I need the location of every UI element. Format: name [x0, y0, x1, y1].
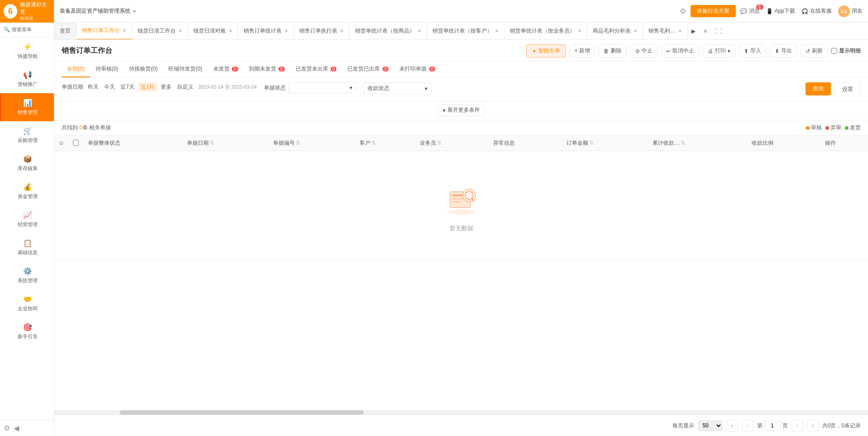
- prev-page-button[interactable]: ‹: [742, 420, 753, 431]
- cancel-stop-button[interactable]: ↩ 取消中止: [661, 44, 699, 57]
- scrollbar-thumb[interactable]: [120, 410, 364, 415]
- sidebar-item-basics[interactable]: 📋 基础信息: [0, 233, 54, 261]
- col-order-amount[interactable]: 订单金额⇅: [562, 136, 648, 151]
- next-page-button[interactable]: ›: [791, 420, 803, 431]
- tab-more-button[interactable]: ▶: [688, 28, 699, 34]
- delete-button[interactable]: 🗑 删除: [599, 44, 627, 57]
- sidebar-item-purchase[interactable]: 🛒 采购管理: [0, 121, 54, 149]
- subtab-overdue[interactable]: 到期未发货 0: [244, 62, 290, 77]
- last-page-button[interactable]: »: [807, 420, 819, 431]
- audit-action-button[interactable]: 审核: [806, 124, 822, 132]
- subtab-shipped-out[interactable]: 已发货已出库 0: [342, 62, 394, 77]
- tab-close-goods-stats[interactable]: ✕: [417, 28, 421, 33]
- status-select[interactable]: ▾: [288, 82, 356, 93]
- col-settings[interactable]: ⚙: [54, 136, 68, 151]
- sidebar-item-marketing[interactable]: 📢 营销推广: [0, 65, 54, 93]
- tab-sales-workbench[interactable]: 销售订单工作台 ✕: [77, 23, 132, 40]
- expand-filter-button[interactable]: ▾ 展开更多条件: [438, 104, 485, 116]
- settings-bottom-icon[interactable]: ⚙: [4, 424, 10, 432]
- collapse-icon[interactable]: ◀: [14, 424, 19, 432]
- subtab-wangpu[interactable]: 旺铺待发货(0): [163, 62, 208, 77]
- show-detail-checkbox[interactable]: 显示明细: [831, 47, 861, 55]
- tab-sales-exec[interactable]: 销售订单执行表 ✕: [294, 23, 350, 40]
- export-button[interactable]: ⬇ 导出: [770, 44, 797, 57]
- col-doc-date[interactable]: 单据日期⇅: [182, 136, 269, 151]
- sidebar-item-system[interactable]: ⚙️ 系统管理: [0, 261, 54, 289]
- date-opt-1month[interactable]: 近1月: [138, 82, 158, 92]
- tab-cash-daily[interactable]: 钱货日清工作台 ✕: [132, 23, 188, 40]
- ai-generate-button[interactable]: ✦ 智能生单: [526, 44, 566, 57]
- industry-solution-button[interactable]: 体验行业方案: [691, 5, 736, 17]
- user-menu[interactable]: Ea 用友: [838, 5, 863, 17]
- tab-sales-margin[interactable]: 销售毛利… ✕: [643, 23, 688, 40]
- date-opt-custom[interactable]: 自定义: [175, 82, 195, 92]
- sidebar-item-operations[interactable]: 📈 经营管理: [0, 205, 54, 233]
- tab-maximize-button[interactable]: ⛶: [712, 28, 725, 35]
- first-page-button[interactable]: «: [726, 420, 738, 431]
- sidebar-logo: 6 畅捷通好生意 标准版: [0, 0, 54, 23]
- new-button[interactable]: + 新增: [570, 44, 595, 57]
- tab-close-staff-stats[interactable]: ✕: [578, 28, 581, 33]
- page-input[interactable]: [764, 421, 781, 431]
- sidebar-item-enterprise[interactable]: 🤝 企业协同: [0, 289, 54, 318]
- tab-staff-stats[interactable]: 销货单统计表（按业务员） ✕: [504, 23, 587, 40]
- gear-icon[interactable]: ⚙: [680, 7, 686, 15]
- tab-goods-stats[interactable]: 销货单统计表（按商品） ✕: [350, 23, 427, 40]
- tab-close-customer-stats[interactable]: ✕: [495, 28, 499, 33]
- subtab-pending-audit[interactable]: 待审核(0): [90, 62, 124, 77]
- per-page-select[interactable]: 50 100 200: [698, 420, 723, 431]
- print-button[interactable]: 🖨 打印 ▾: [703, 44, 735, 57]
- tab-sales-stats[interactable]: 销售订单统计表 ✕: [238, 23, 294, 40]
- quick-nav-icon: ⚡: [23, 43, 32, 51]
- message-button[interactable]: 💬 消息 6: [740, 7, 760, 15]
- tab-close-cash-reconcile[interactable]: ✕: [229, 28, 232, 33]
- query-button[interactable]: 查询: [806, 82, 831, 95]
- date-opt-today[interactable]: 今天: [102, 82, 117, 92]
- chevron-down-icon: ▾: [443, 107, 446, 114]
- ship-action-button[interactable]: 发货: [845, 124, 861, 132]
- topbar-right: 💬 消息 6 📱 App下载 🎧 在线客服 Ea 用友: [740, 5, 863, 17]
- horizontal-scrollbar[interactable]: [54, 410, 868, 415]
- payment-status-select[interactable]: 收款状态 ▾: [364, 82, 432, 95]
- tab-customer-stats[interactable]: 销货单统计表（按客户） ✕: [427, 23, 504, 40]
- subtab-all[interactable]: 全部(0): [62, 62, 90, 77]
- col-doc-no[interactable]: 单据编号⇅: [269, 136, 355, 151]
- subtab-not-printed[interactable]: 未打印单据 0: [394, 62, 441, 77]
- app-download-button[interactable]: 📱 App下载: [766, 7, 795, 15]
- tab-close-all-button[interactable]: ✕: [699, 28, 712, 35]
- date-opt-7days[interactable]: 近7天: [119, 82, 136, 92]
- tab-home[interactable]: 首页: [54, 23, 77, 40]
- sidebar-item-finance[interactable]: 💰 资金管理: [0, 177, 54, 205]
- tab-close-sales-stats[interactable]: ✕: [284, 28, 288, 33]
- tab-close-margin-analysis[interactable]: ✕: [633, 28, 637, 33]
- filter-right-actions: 查询 设置: [806, 82, 861, 96]
- refresh-button[interactable]: ↺ 刷新: [801, 44, 828, 57]
- import-button[interactable]: ⬆ 导入: [739, 44, 766, 57]
- tab-close-sales-exec[interactable]: ✕: [340, 28, 344, 33]
- col-salesperson[interactable]: 业务员⇅: [415, 136, 489, 151]
- sidebar-item-quick-nav[interactable]: ⚡ 快捷导航: [0, 37, 54, 65]
- tab-close-sales-margin[interactable]: ✕: [678, 28, 682, 33]
- online-service-button[interactable]: 🎧 在线客服: [801, 7, 832, 15]
- date-opt-yesterday[interactable]: 昨天: [86, 82, 101, 92]
- tab-cash-reconcile[interactable]: 钱货日清对账 ✕: [188, 23, 238, 40]
- sidebar-item-sales[interactable]: 📊 销售管理: [0, 93, 54, 121]
- import-icon: ⬆: [744, 48, 748, 54]
- subtab-pending-inspect[interactable]: 待拣验货(0): [124, 62, 163, 77]
- tab-margin-analysis[interactable]: 商品毛利分析表 ✕: [587, 23, 643, 40]
- stop-button[interactable]: ⊘ 中止: [630, 44, 657, 57]
- set-button[interactable]: 设置: [834, 82, 861, 96]
- sidebar-item-search[interactable]: 🔍 搜索菜单: [0, 23, 54, 37]
- subtab-not-shipped[interactable]: 未发货 0: [208, 62, 244, 77]
- sidebar-item-inventory[interactable]: 📦 库存核算: [0, 149, 54, 177]
- subtab-shipped-not-out[interactable]: 已发货未出库 0: [290, 62, 342, 77]
- svg-rect-4: [452, 201, 461, 203]
- date-opt-more[interactable]: 更多: [159, 82, 173, 92]
- tab-close-sales[interactable]: ✕: [123, 28, 126, 33]
- cancel-audit-action-button[interactable]: 弃审: [825, 124, 841, 132]
- tab-close-cash-daily[interactable]: ✕: [178, 28, 182, 33]
- col-checkbox[interactable]: [68, 136, 83, 151]
- col-customer[interactable]: 客户⇅: [355, 136, 415, 151]
- col-cumulative[interactable]: 累计收款…⇅: [648, 136, 747, 151]
- sidebar-item-newbie[interactable]: 🎯 新手引导: [0, 318, 54, 346]
